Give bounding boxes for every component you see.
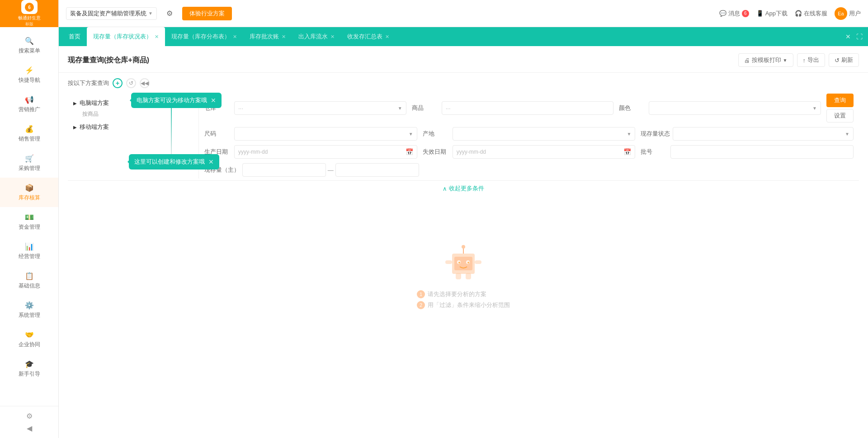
svg-rect-13 <box>466 273 471 279</box>
close-tab-icon[interactable]: ✕ <box>233 34 237 40</box>
user-area[interactable]: Ea 用户 <box>835 7 861 20</box>
page-actions: 🖨 按模板打印 ▼ ↑ 导出 ↺ 刷新 <box>738 53 859 67</box>
tab-batch-account[interactable]: 库存批次账 ✕ <box>243 27 292 46</box>
tab-expand-icon[interactable]: ⛶ <box>854 31 864 42</box>
home-label: 首页 <box>69 33 80 41</box>
headset-icon: 🎧 <box>795 10 802 17</box>
sidebar-bottom-settings[interactable]: ⚙ <box>26 412 33 420</box>
warehouse-select[interactable]: ··· ▼ <box>234 101 406 115</box>
expire-date-input[interactable]: yyyy-mm-dd 📅 <box>453 145 636 159</box>
sidebar-item-label: 经营管理 <box>19 253 40 260</box>
stock-status-select[interactable]: ▼ <box>673 127 854 141</box>
sales-icon: 💰 <box>25 124 34 133</box>
sidebar-item-system[interactable]: ⚙️ 系统管理 <box>0 295 58 325</box>
search-button[interactable]: 查询 <box>826 94 854 107</box>
print-btn[interactable]: 🖨 按模板打印 ▼ <box>738 53 793 67</box>
goods-select[interactable]: ··· <box>442 101 614 115</box>
filter-back-button[interactable]: ◀◀ <box>140 78 150 88</box>
sidebar-item-purchase[interactable]: 🛒 采购管理 <box>0 148 58 178</box>
tab-batch-account-label: 库存批次账 <box>250 33 279 41</box>
stock-status-field: 现存量状态 ▼ <box>641 127 854 141</box>
size-select[interactable]: ▼ <box>234 127 417 141</box>
batch-input[interactable] <box>670 145 854 159</box>
tooltip-1-close[interactable]: ✕ <box>211 97 216 104</box>
sidebar-item-operation[interactable]: 📊 经营管理 <box>0 236 58 266</box>
sidebar-item-label: 企业协同 <box>19 341 40 349</box>
sidebar-item-label: 基础信息 <box>19 282 40 290</box>
sidebar-item-newbie[interactable]: 🎓 新手引导 <box>0 354 58 383</box>
sidebar-item-inventory[interactable]: 📦 库存核算 <box>0 178 58 207</box>
print-chevron-icon: ▼ <box>783 58 788 63</box>
system-icon: ⚙️ <box>25 301 34 310</box>
sidebar-bottom: ⚙ ◀ <box>0 406 58 438</box>
chevron-up-icon: ∧ <box>443 185 447 192</box>
messages-btn[interactable]: 💬 消息 6 <box>719 9 749 18</box>
online-service-btn[interactable]: 🎧 在线客服 <box>795 9 827 18</box>
tab-receive-summary[interactable]: 收发存汇总表 ✕ <box>341 27 396 46</box>
stock-main-to[interactable] <box>335 163 419 177</box>
svg-point-6 <box>458 262 460 264</box>
header-right: 💬 消息 6 📱 App下载 🎧 在线客服 Ea 用户 <box>719 7 861 20</box>
scheme-sub-item[interactable]: 按商品 <box>79 109 198 119</box>
empty-state: 1 请先选择要分析的方案 2 用「过滤」条件来缩小分析范围 <box>59 202 868 339</box>
scheme-pc-subs: 按商品 <box>68 109 198 119</box>
page-header: 现存量查询(按仓库+商品) 🖨 按模板打印 ▼ ↑ 导出 ↺ 刷新 <box>59 46 868 73</box>
close-tab-icon[interactable]: ✕ <box>282 34 286 40</box>
color-select[interactable]: ▼ <box>649 101 821 115</box>
prod-date-input[interactable]: yyyy-mm-dd 📅 <box>234 145 417 159</box>
sidebar-item-label: 搜索菜单 <box>19 47 40 55</box>
sidebar-item-marketing[interactable]: 📢 营销推广 <box>0 89 58 119</box>
empty-step-2: 2 用「过滤」条件来缩小分析范围 <box>417 301 510 309</box>
search-menu-icon: 🔍 <box>25 36 34 45</box>
stock-main-from[interactable] <box>242 163 326 177</box>
filter-collapse-btn[interactable]: ∧ 收起更多条件 <box>68 180 859 196</box>
color-field: 颜色 ▼ <box>619 101 821 115</box>
tab-in-out-flow[interactable]: 出入库流水 ✕ <box>292 27 341 46</box>
origin-select[interactable]: ▼ <box>453 127 636 141</box>
content-inner: 现存量查询(按仓库+商品) 🖨 按模板打印 ▼ ↑ 导出 ↺ 刷新 <box>59 46 868 438</box>
settings-button[interactable]: ⚙ <box>162 6 177 21</box>
filter-add-button[interactable]: + <box>113 78 123 88</box>
close-tab-icon[interactable]: ✕ <box>155 34 159 40</box>
collapse-arrow-icon: ◀ <box>27 424 32 433</box>
calendar-icon: 📅 <box>406 148 413 155</box>
sidebar-item-sales[interactable]: 💰 销售管理 <box>0 119 58 148</box>
tab-inventory-dist[interactable]: 现存量（库存分布表） ✕ <box>165 27 243 46</box>
sidebar-nav: 🔍 搜索菜单 ⚡ 快捷导航 📢 营销推广 💰 销售管理 🛒 采购管理 📦 库存核… <box>0 27 58 406</box>
warehouse-value: ··· <box>238 105 243 112</box>
svg-point-9 <box>462 245 465 249</box>
print-icon: 🖨 <box>744 57 750 64</box>
sidebar-item-search-menu[interactable]: 🔍 搜索菜单 <box>0 31 58 60</box>
stock-main-range: — <box>242 163 419 177</box>
scheme-mobile[interactable]: ▶ 移动端方案 <box>68 121 198 133</box>
sidebar-item-enterprise[interactable]: 🤝 企业协同 <box>0 325 58 354</box>
svg-rect-10 <box>445 260 452 264</box>
tab-inventory-status[interactable]: 现存量（库存状况表） ✕ <box>87 27 165 46</box>
user-avatar: Ea <box>835 7 847 20</box>
tab-bar: 首页 现存量（库存状况表） ✕ 现存量（库存分布表） ✕ 库存批次账 ✕ 出入库… <box>59 27 868 46</box>
export-btn[interactable]: ↑ 导出 <box>797 53 826 67</box>
close-tab-icon[interactable]: ✕ <box>385 34 389 40</box>
chevron-icon: ▼ <box>398 106 402 111</box>
sidebar-bottom-collapse[interactable]: ◀ <box>27 424 32 433</box>
sidebar-item-quick-nav[interactable]: ⚡ 快捷导航 <box>0 60 58 89</box>
system-selector[interactable]: 装备及固定资产辅助管理系统 ▼ <box>66 7 157 20</box>
sidebar-item-label: 系统管理 <box>19 311 40 319</box>
tab-home[interactable]: 首页 <box>62 27 87 46</box>
tab-close-all-icon[interactable]: ✕ <box>844 31 853 42</box>
svg-point-7 <box>467 262 469 264</box>
industry-btn[interactable]: 体验行业方案 <box>182 7 232 20</box>
filter-refresh-button[interactable]: ↺ <box>126 78 136 88</box>
close-tab-icon[interactable]: ✕ <box>330 34 335 40</box>
sidebar-item-finance[interactable]: 💵 资金管理 <box>0 207 58 236</box>
svg-rect-11 <box>475 260 481 264</box>
purchase-icon: 🛒 <box>25 154 34 163</box>
color-label: 颜色 <box>619 104 646 112</box>
app-download-btn[interactable]: 📱 App下载 <box>756 9 788 18</box>
refresh-btn[interactable]: ↺ 刷新 <box>829 53 859 67</box>
tooltip-2-close[interactable]: ✕ <box>208 158 214 165</box>
refresh-label: 刷新 <box>841 56 853 64</box>
svg-rect-12 <box>456 273 461 279</box>
sidebar-item-base-info[interactable]: 📋 基础信息 <box>0 266 58 295</box>
reset-button[interactable]: 设置 <box>826 109 854 122</box>
